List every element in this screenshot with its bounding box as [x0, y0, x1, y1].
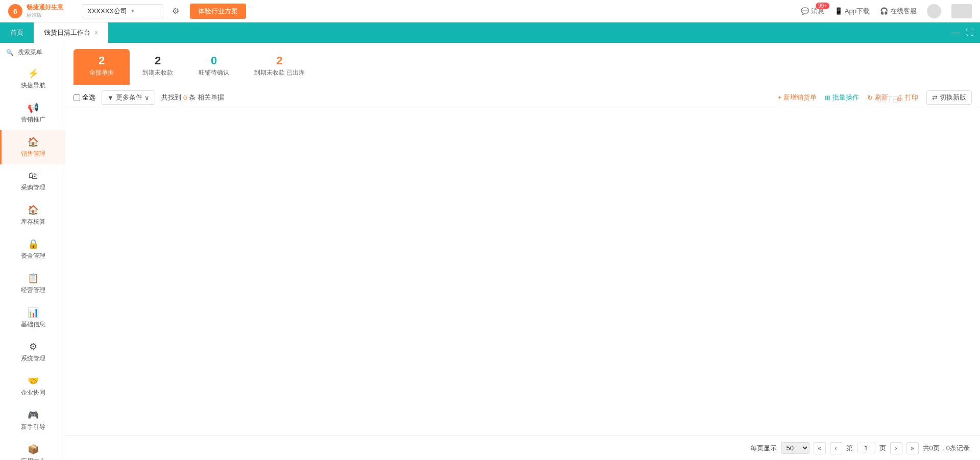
select-all-input[interactable] — [74, 94, 80, 101]
tab-minimize-btn[interactable]: — — [951, 28, 960, 37]
user-menu[interactable] — [951, 4, 972, 18]
stat-tab-all[interactable]: 2 全部单据 — [74, 49, 130, 85]
sidebar-item-sales[interactable]: 🏠 销售管理 — [0, 130, 65, 164]
sidebar-item-system[interactable]: ⚙ 系统管理 — [0, 335, 65, 369]
app-center-icon: 📦 — [28, 444, 39, 455]
sidebar-item-inventory[interactable]: 🏠 库存核算 — [0, 198, 65, 232]
message-icon: 💬 — [801, 7, 809, 15]
sidebar-item-app-center[interactable]: 📦 应用中心 — [0, 438, 65, 460]
prev-page-btn[interactable]: ‹ — [830, 442, 842, 454]
tab-bar-actions: — ⛶ — [951, 28, 980, 37]
message-btn[interactable]: 💬 消息 99+ — [801, 7, 824, 16]
sidebar-item-basic-info[interactable]: 📊 基础信息 — [0, 301, 65, 335]
filter-btn[interactable]: ▼ 更多条件 ∨ — [102, 90, 155, 105]
headset-icon: 🎧 — [880, 7, 888, 15]
stat-tab-overdue-shipped[interactable]: 2 到期未收款 已出库 — [242, 49, 317, 85]
tab-workbench[interactable]: 钱货日清工作台 × — [34, 22, 108, 43]
switch-version-btn[interactable]: ⇄ 切换新版 — [926, 90, 972, 105]
operation-icon: 📋 — [28, 273, 39, 284]
table-area — [65, 110, 980, 435]
next-page-btn[interactable]: › — [890, 442, 902, 454]
print-icon: 🖨 — [896, 94, 903, 102]
experience-btn[interactable]: 体验行业方案 — [190, 4, 246, 19]
switch-icon: ⇄ — [932, 94, 938, 102]
print-btn[interactable]: 🖨 打印 — [896, 93, 918, 102]
refresh-icon: ↻ — [867, 94, 873, 102]
marketing-icon: 📢 — [28, 102, 39, 113]
tab-close-icon[interactable]: × — [94, 29, 98, 36]
top-header: 6 畅捷通好生意 标准版 XXXXXX公司 ▼ ⚙ 体验行业方案 💬 消息 99… — [0, 0, 980, 22]
first-page-btn[interactable]: « — [814, 442, 826, 454]
main-layout: 🔍 搜索菜单 ⚡ 快捷导航 📢 营销推广 🏠 销售管理 🛍 采购管理 🏠 库存核… — [0, 43, 980, 460]
sidebar-item-marketing[interactable]: 📢 营销推广 — [0, 96, 65, 130]
sidebar-search[interactable]: 🔍 搜索菜单 — [0, 43, 65, 62]
tab-maximize-btn[interactable]: ⛶ — [966, 28, 974, 37]
sidebar-item-operation[interactable]: 📋 经营管理 — [0, 267, 65, 301]
quick-nav-icon: ⚡ — [28, 68, 39, 79]
page-size-select[interactable]: 50 100 200 — [781, 442, 810, 454]
basic-info-icon: 📊 — [28, 307, 39, 318]
capital-icon: 🔒 — [28, 238, 39, 250]
app-download-btn[interactable]: 📱 App下载 — [835, 7, 870, 16]
stats-tabs: 2 全部单据 2 到期未收款 0 旺铺待确认 2 到期未收款 已出库 — [65, 43, 980, 85]
chevron-down-icon: ∨ — [144, 94, 150, 102]
header-right: 💬 消息 99+ 📱 App下载 🎧 在线客服 — [801, 4, 972, 18]
toolbar: 全选 ▼ 更多条件 ∨ 共找到 0 条 相关单据 + 新增销货单 ⊞ 批量操作 — [65, 85, 980, 110]
add-sales-btn[interactable]: + 新增销货单 — [778, 93, 817, 102]
stat-tab-pending[interactable]: 0 旺铺待确认 — [186, 49, 242, 85]
cooperation-icon: 🤝 — [28, 375, 39, 386]
sidebar-item-guide[interactable]: 🎮 新手引导 — [0, 403, 65, 438]
toolbar-right: + 新增销货单 ⊞ 批量操作 ↻ 刷新 🖨 打印 ⇄ 切换新版 — [778, 90, 972, 105]
refresh-btn[interactable]: ↻ 刷新 — [867, 93, 888, 102]
sidebar-item-capital[interactable]: 🔒 资金管理 — [0, 232, 65, 267]
company-selector[interactable]: XXXXXX公司 ▼ — [82, 4, 163, 18]
filter-result: 共找到 0 条 相关单据 — [161, 93, 224, 102]
content-area: 2 全部单据 2 到期未收款 0 旺铺待确认 2 到期未收款 已出库 全选 — [65, 43, 980, 460]
sidebar-item-cooperation[interactable]: 🤝 企业协同 — [0, 369, 65, 403]
page-number-input[interactable] — [857, 443, 875, 453]
search-icon: 🔍 — [6, 49, 14, 56]
company-dropdown-arrow: ▼ — [130, 8, 135, 14]
inventory-icon: 🏠 — [28, 204, 39, 215]
logo-icon: 6 — [8, 4, 22, 18]
select-all-checkbox[interactable]: 全选 — [74, 93, 95, 102]
sidebar: 🔍 搜索菜单 ⚡ 快捷导航 📢 营销推广 🏠 销售管理 🛍 采购管理 🏠 库存核… — [0, 43, 65, 460]
avatar[interactable] — [927, 4, 941, 18]
sales-icon: 🏠 — [28, 136, 39, 148]
system-icon: ⚙ — [29, 341, 37, 352]
message-badge: 99+ — [816, 3, 829, 9]
sidebar-item-purchase[interactable]: 🛍 采购管理 — [0, 164, 65, 198]
logo-text: 畅捷通好生意 标准版 — [27, 3, 63, 19]
last-page-btn[interactable]: » — [906, 442, 919, 454]
stat-tab-overdue[interactable]: 2 到期未收款 — [130, 49, 186, 85]
pagination: 每页显示 50 100 200 « ‹ 第 页 › » 共0页，0条记录 — [65, 435, 980, 460]
tab-home[interactable]: 首页 — [0, 22, 34, 43]
phone-icon: 📱 — [835, 7, 843, 15]
guide-icon: 🎮 — [28, 409, 39, 421]
logo-area: 6 畅捷通好生意 标准版 — [8, 3, 74, 19]
filter-icon: ▼ — [107, 94, 114, 102]
sidebar-item-quick-nav[interactable]: ⚡ 快捷导航 — [0, 62, 65, 96]
batch-icon: ⊞ — [825, 94, 830, 102]
online-service-btn[interactable]: 🎧 在线客服 — [880, 7, 917, 16]
tab-bar: 首页 钱货日清工作台 × — ⛶ — [0, 22, 980, 43]
purchase-icon: 🛍 — [29, 171, 38, 181]
batch-btn[interactable]: ⊞ 批量操作 — [825, 93, 859, 102]
settings-button[interactable]: ⚙ — [167, 3, 184, 19]
